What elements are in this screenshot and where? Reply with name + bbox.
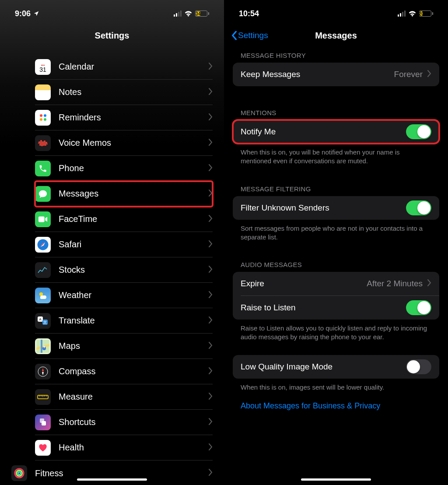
settings-row-health[interactable]: Health: [35, 435, 213, 460]
chevron-right-icon: [208, 240, 213, 249]
row-keep-messages[interactable]: Keep Messages Forever: [233, 63, 439, 86]
status-time: 10:54: [239, 9, 259, 18]
location-icon: [33, 11, 39, 17]
row-label: Compass: [59, 366, 208, 376]
row-label: Voice Memos: [59, 138, 208, 148]
chevron-right-icon: [208, 266, 213, 274]
nav-bar: Settings Messages: [224, 23, 448, 48]
settings-row-measure[interactable]: Measure: [35, 384, 213, 410]
chevron-right-icon: [208, 164, 213, 173]
section-footer-filtering: Sort messages from people who are not in…: [224, 220, 448, 242]
group-lowquality: Low Quality Image Mode: [233, 355, 439, 379]
settings-row-notes[interactable]: Notes: [35, 80, 213, 105]
calendar-icon: •••31: [35, 59, 51, 75]
notes-icon: [35, 84, 51, 100]
home-indicator[interactable]: [77, 478, 147, 481]
row-label: Stocks: [59, 265, 208, 275]
row-filter-unknown[interactable]: Filter Unknown Senders: [233, 196, 439, 220]
svg-point-14: [17, 471, 22, 476]
back-label: Settings: [238, 31, 268, 40]
row-raise-to-listen[interactable]: Raise to Listen: [233, 296, 439, 320]
chevron-right-icon: [208, 215, 213, 224]
settings-row-calendar[interactable]: •••31Calendar: [35, 54, 213, 80]
row-label: Filter Unknown Senders: [241, 203, 406, 213]
toggle-notify-me[interactable]: [406, 124, 431, 139]
settings-row-phone[interactable]: Phone: [35, 156, 213, 181]
row-label: FaceTime: [59, 214, 208, 224]
group-mentions: Notify Me: [233, 120, 439, 144]
fitness-icon: [11, 465, 27, 481]
toggle-filter-unknown[interactable]: [406, 200, 431, 215]
home-indicator[interactable]: [301, 478, 371, 481]
group-filtering: Filter Unknown Senders: [233, 196, 439, 220]
settings-row-safari[interactable]: Safari: [35, 232, 213, 257]
svg-text:文: 文: [43, 320, 47, 324]
signal-icon: [398, 11, 406, 17]
section-footer-lowquality: When this is on, images sent will be low…: [224, 379, 448, 392]
row-expire[interactable]: Expire After 2 Minutes: [233, 272, 439, 295]
chevron-right-icon: [208, 139, 213, 148]
row-label: Reminders: [59, 112, 208, 123]
measure-icon: [35, 389, 51, 405]
chevron-right-icon: [427, 279, 431, 288]
health-icon: [35, 440, 51, 456]
battery-icon: 34: [195, 11, 209, 17]
settings-row-voice[interactable]: Voice Memos: [35, 130, 213, 156]
settings-row-facetime[interactable]: FaceTime: [35, 207, 213, 232]
row-label: Notes: [59, 87, 208, 97]
section-header-filtering: MESSAGE FILTERING: [224, 182, 448, 196]
chevron-right-icon: [208, 291, 213, 300]
toggle-low-quality[interactable]: [406, 359, 431, 374]
voice-icon: [35, 135, 51, 151]
wifi-icon: [184, 11, 192, 17]
phone-icon: [35, 161, 51, 176]
settings-row-translate[interactable]: A文Translate: [35, 308, 213, 334]
stocks-icon: [35, 262, 51, 278]
compass-icon: [35, 364, 51, 380]
row-label: Notify Me: [241, 127, 406, 137]
settings-row-weather[interactable]: Weather: [35, 283, 213, 308]
about-link[interactable]: About Messages for Business & Privacy: [224, 392, 448, 420]
chevron-right-icon: [208, 113, 213, 122]
settings-row-compass[interactable]: Compass: [35, 359, 213, 384]
toggle-raise-to-listen[interactable]: [406, 300, 431, 315]
back-button[interactable]: Settings: [231, 31, 268, 40]
row-label: Shortcuts: [59, 417, 208, 427]
chevron-right-icon: [208, 316, 213, 325]
settings-row-maps[interactable]: Maps: [35, 334, 213, 359]
settings-row-shortcuts[interactable]: Shortcuts: [35, 410, 213, 435]
chevron-right-icon: [208, 367, 213, 376]
section-header-history: MESSAGE HISTORY: [224, 48, 448, 63]
row-low-quality[interactable]: Low Quality Image Mode: [233, 355, 439, 379]
svg-rect-12: [42, 421, 46, 425]
maps-icon: [35, 338, 51, 354]
svg-text:A: A: [39, 317, 42, 321]
battery-icon: 20: [419, 11, 433, 17]
svg-rect-0: [38, 216, 45, 222]
chevron-right-icon: [208, 342, 213, 351]
reminders-icon: [35, 110, 51, 126]
settings-row-fitness[interactable]: Fitness: [11, 460, 213, 485]
chevron-right-icon: [427, 70, 431, 79]
translate-icon: A文: [35, 313, 51, 329]
row-label: Keep Messages: [241, 70, 394, 79]
row-label: Fitness: [35, 468, 208, 478]
page-title: Settings: [95, 31, 130, 41]
messages-icon: [35, 186, 51, 202]
section-header-mentions: MENTIONS: [224, 105, 448, 120]
svg-point-15: [18, 472, 21, 474]
page-title: Messages: [315, 31, 357, 41]
chevron-right-icon: [208, 443, 213, 452]
settings-row-messages[interactable]: Messages: [35, 181, 213, 207]
messages-settings-screen: 10:54 20 Settings Messages MESSAGE HISTO…: [224, 0, 448, 485]
chevron-right-icon: [208, 469, 213, 478]
row-label: Calendar: [59, 62, 208, 72]
settings-screen: 9:06 34 Settings •••31CalendarNotesRemin…: [0, 0, 224, 485]
svg-point-2: [39, 292, 43, 296]
settings-row-reminders[interactable]: Reminders: [35, 105, 213, 130]
row-label: Low Quality Image Mode: [241, 362, 406, 372]
row-notify-me[interactable]: Notify Me: [233, 120, 439, 144]
settings-row-stocks[interactable]: Stocks: [35, 257, 213, 283]
section-footer-mentions: When this is on, you will be notified wh…: [224, 144, 448, 166]
weather-icon: [35, 288, 51, 303]
